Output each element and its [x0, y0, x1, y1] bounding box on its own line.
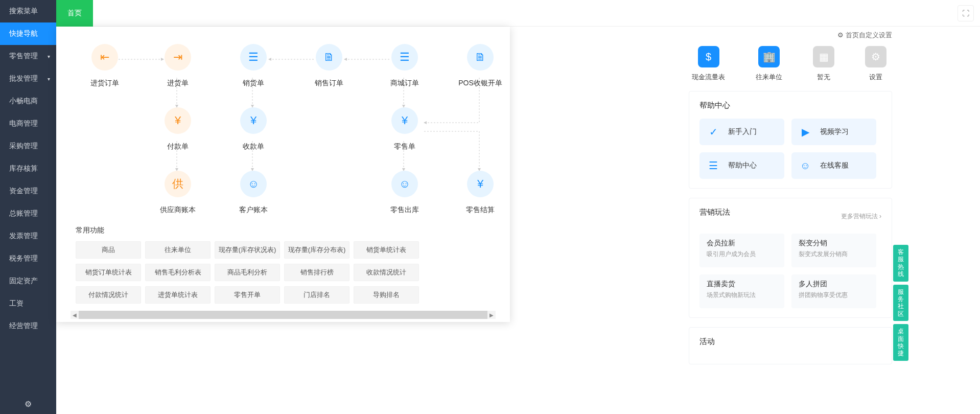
flow-node-purchase_in[interactable]: ⇥进货单	[147, 44, 208, 88]
report-button[interactable]: 付款情况统计	[76, 286, 141, 304]
sidebar-item-1[interactable]: 快捷导航	[0, 22, 56, 45]
flow-node-retail_out[interactable]: ☺零售出库	[374, 171, 435, 215]
flow-node-retail_settle[interactable]: ¥零售结算	[450, 171, 511, 215]
sidebar-item-5[interactable]: 电商管理	[0, 112, 56, 135]
promo-card: 营销玩法 更多营销玩法 › 会员拉新吸引用户成为会员裂变分销裂变式发展分销商直播…	[689, 198, 892, 318]
supplier_ledger-icon: 供	[165, 171, 191, 197]
help-icon: ✓	[707, 125, 720, 139]
shortcut-icon: ▦	[813, 46, 834, 67]
shortcut-icon: ⚙	[865, 46, 886, 67]
customize-home-link[interactable]: ⚙ 首页自定义设置	[689, 31, 892, 40]
flow-label: 商城订单	[374, 79, 435, 88]
promo-item[interactable]: 直播卖货场景式购物新玩法	[699, 274, 784, 308]
flow-node-sales_order[interactable]: 🗎销售订单	[298, 44, 360, 88]
report-button[interactable]: 销货单统计表	[354, 241, 419, 259]
floating-tab[interactable]: 桌面快捷	[893, 324, 908, 361]
sidebar-item-13[interactable]: 工资	[0, 292, 56, 315]
pay_bill-icon: ¥	[165, 107, 191, 134]
flow-node-pos_open[interactable]: 🗎POS收银开单	[450, 44, 511, 88]
shortcut-设置[interactable]: ⚙设置	[865, 46, 886, 82]
tab-bar: 首页 ⛶	[56, 0, 980, 27]
report-button[interactable]: 收款情况统计	[354, 264, 419, 281]
flow-node-purchase_order[interactable]: ⇤进货订单	[74, 44, 135, 88]
retail_settle-icon: ¥	[467, 171, 494, 197]
horizontal-scrollbar[interactable]: ◀ ▶	[71, 311, 496, 319]
shortcut-icon: 🏢	[758, 46, 780, 67]
retail_bill-icon: ¥	[391, 107, 418, 134]
report-button[interactable]: 门店排名	[284, 286, 349, 304]
report-button[interactable]: 商品	[76, 241, 141, 259]
promo-item[interactable]: 裂变分销裂变式发展分销商	[791, 234, 876, 267]
sidebar-item-6[interactable]: 采购管理	[0, 135, 56, 157]
flow-label: 客户账本	[223, 205, 284, 215]
report-button[interactable]: 销货订单统计表	[76, 264, 141, 281]
activity-card: 活动	[689, 327, 892, 364]
help-item[interactable]: ☺在线客服	[791, 152, 876, 179]
report-button[interactable]: 进货单统计表	[145, 286, 211, 304]
promo-title: 营销玩法	[699, 208, 730, 217]
fullscreen-button[interactable]: ⛶	[958, 5, 974, 21]
sales_order-icon: 🗎	[316, 44, 342, 71]
flow-node-sales_out[interactable]: ☰销货单	[223, 44, 284, 88]
report-button[interactable]: 现存量(库存分布表)	[284, 241, 349, 259]
flow-node-pay_bill[interactable]: ¥付款单	[147, 107, 208, 151]
help-item[interactable]: ✓新手入门	[699, 119, 784, 145]
flow-label: 供应商账本	[147, 205, 208, 215]
purchase_order-icon: ⇤	[91, 44, 118, 71]
purchase_in-icon: ⇥	[165, 44, 191, 71]
flow-node-retail_bill[interactable]: ¥零售单	[374, 107, 435, 151]
report-button[interactable]: 零售开单	[215, 286, 280, 304]
quicknav-flyout: ⇤进货订单⇥进货单☰销货单🗎销售订单☰商城订单🗎POS收银开单¥付款单¥收款单¥…	[56, 27, 510, 322]
flow-node-mall_order[interactable]: ☰商城订单	[374, 44, 435, 88]
sidebar-item-4[interactable]: 小畅电商	[0, 90, 56, 112]
help-item[interactable]: ▶视频学习	[791, 119, 876, 145]
sidebar-item-8[interactable]: 资金管理	[0, 180, 56, 202]
flow-label: 销售订单	[298, 79, 360, 88]
pos_open-icon: 🗎	[467, 44, 494, 71]
promo-item[interactable]: 会员拉新吸引用户成为会员	[699, 234, 784, 267]
activity-title: 活动	[699, 337, 881, 347]
flow-node-receive_bill[interactable]: ¥收款单	[223, 107, 284, 151]
sidebar-item-11[interactable]: 税务管理	[0, 247, 56, 270]
right-column: ⚙ 首页自定义设置 $现金流量表🏢往来单位▦暂无⚙设置 帮助中心 ✓新手入门▶视…	[689, 31, 892, 364]
chevron-down-icon: ▾	[48, 54, 50, 59]
report-button[interactable]: 销售排行榜	[284, 264, 349, 281]
flow-label: 零售单	[374, 142, 435, 151]
report-button[interactable]: 商品毛利分析	[215, 264, 280, 281]
promo-more-link[interactable]: 更多营销玩法 ›	[841, 212, 881, 221]
scroll-left-icon[interactable]: ◀	[71, 311, 79, 319]
help-item[interactable]: ☰帮助中心	[699, 152, 784, 179]
settings-gear[interactable]: ⚙	[0, 394, 56, 414]
floating-tab[interactable]: 客服热线	[893, 245, 908, 282]
tab-home[interactable]: 首页	[56, 0, 93, 27]
help-icon: ☰	[707, 159, 720, 172]
sidebar-item-10[interactable]: 发票管理	[0, 225, 56, 247]
flow-node-supplier_ledger[interactable]: 供供应商账本	[147, 171, 208, 215]
sidebar-item-14[interactable]: 经营管理	[0, 315, 56, 337]
sidebar: 搜索菜单快捷导航零售管理▾批发管理▾小畅电商电商管理采购管理库存核算资金管理总账…	[0, 0, 56, 414]
sidebar-item-3[interactable]: 批发管理▾	[0, 67, 56, 90]
promo-item[interactable]: 多人拼团拼团购物享受优惠	[791, 274, 876, 308]
report-button[interactable]: 销售毛利分析表	[145, 264, 211, 281]
report-button[interactable]: 导购排名	[354, 286, 419, 304]
flow-diagram: ⇤进货订单⇥进货单☰销货单🗎销售订单☰商城订单🗎POS收银开单¥付款单¥收款单¥…	[56, 27, 510, 226]
report-button[interactable]: 现存量(库存状况表)	[215, 241, 280, 259]
sidebar-item-0[interactable]: 搜索菜单	[0, 0, 56, 22]
help-title: 帮助中心	[699, 101, 881, 110]
common-functions-title: 常用功能	[76, 226, 491, 235]
scroll-right-icon[interactable]: ▶	[487, 311, 496, 319]
flow-node-customer_ledger[interactable]: ☺客户账本	[223, 171, 284, 215]
flow-label: 销货单	[223, 79, 284, 88]
floating-tab[interactable]: 服务社区	[893, 285, 908, 321]
sidebar-item-7[interactable]: 库存核算	[0, 157, 56, 180]
sidebar-item-9[interactable]: 总账管理	[0, 202, 56, 225]
help-icon: ▶	[799, 125, 812, 139]
shortcut-暂无[interactable]: ▦暂无	[813, 46, 834, 82]
sidebar-item-2[interactable]: 零售管理▾	[0, 45, 56, 67]
report-button[interactable]: 往来单位	[145, 241, 211, 259]
sales_out-icon: ☰	[240, 44, 267, 71]
shortcut-往来单位[interactable]: 🏢往来单位	[756, 46, 782, 82]
shortcut-现金流量表[interactable]: $现金流量表	[692, 46, 725, 82]
flow-label: 零售出库	[374, 205, 435, 215]
sidebar-item-12[interactable]: 固定资产	[0, 270, 56, 292]
